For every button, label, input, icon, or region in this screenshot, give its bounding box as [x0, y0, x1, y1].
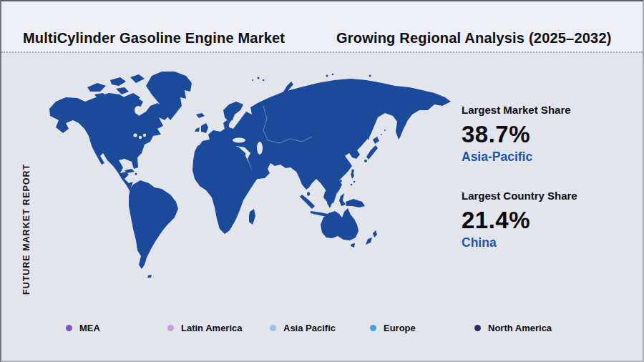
- legend-item-mea: MEA: [66, 321, 100, 334]
- legend-item-europe: Europe: [370, 321, 416, 334]
- legend-dot-icon: [66, 325, 72, 331]
- stat-label: Largest Country Share: [462, 190, 577, 202]
- legend: MEA Latin America Asia Pacific Europe No…: [1, 321, 643, 334]
- legend-label: MEA: [79, 323, 100, 333]
- legend-dot-icon: [167, 325, 174, 331]
- stat-value: 21.4%: [462, 207, 577, 233]
- legend-label: North America: [488, 323, 552, 333]
- legend-dot-icon: [474, 325, 481, 331]
- legend-dot-icon: [270, 325, 276, 331]
- legend-item-asia-pacific: Asia Pacific: [270, 321, 336, 334]
- brand-watermark: FUTURE MARKET REPORT: [19, 166, 34, 292]
- world-map-icon: [44, 66, 459, 295]
- legend-dot-icon: [370, 325, 376, 331]
- page-subtitle: Growing Regional Analysis (2025–2032): [336, 30, 612, 47]
- stat-largest-country-share: Largest Country Share 21.4% China: [462, 190, 577, 250]
- stat-region: China: [462, 235, 577, 250]
- stat-largest-market-share: Largest Market Share 38.7% Asia-Pacific: [462, 104, 571, 165]
- infographic-frame: MultiCylinder Gasoline Engine Market Gro…: [0, 0, 644, 362]
- stat-region: Asia-Pacific: [462, 150, 571, 165]
- header: MultiCylinder Gasoline Engine Market Gro…: [1, 1, 643, 53]
- stat-label: Largest Market Share: [462, 104, 571, 117]
- legend-item-latin-america: Latin America: [167, 321, 243, 334]
- page-title: MultiCylinder Gasoline Engine Market: [23, 30, 285, 47]
- stat-value: 38.7%: [462, 122, 571, 147]
- legend-label: Asia Pacific: [283, 323, 336, 333]
- world-map: [44, 66, 459, 295]
- legend-item-north-america: North America: [474, 321, 552, 334]
- legend-label: Latin America: [181, 323, 243, 333]
- legend-label: Europe: [384, 323, 416, 333]
